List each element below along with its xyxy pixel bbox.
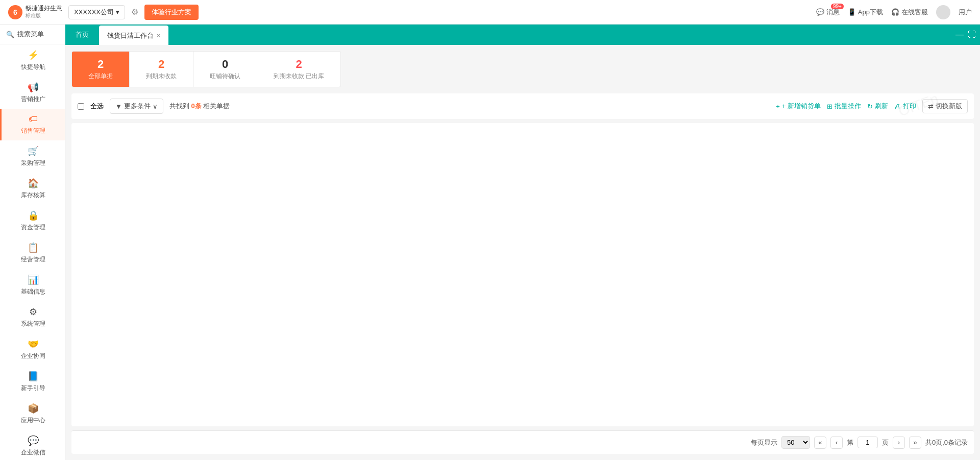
sidebar-item-operation[interactable]: 📋 经营管理 <box>0 237 65 269</box>
sidebar-item-sales[interactable]: 🏷 销售管理 <box>0 109 65 140</box>
filter-icon: ▼ <box>115 103 122 110</box>
guide-icon: 📘 <box>28 371 39 382</box>
content-area: 首页 钱货日清工作台 × — ⛶ 2 全部单据 2 到期未收款 <box>65 25 980 460</box>
sidebar-item-guide[interactable]: 📘 新手引导 <box>0 366 65 398</box>
stat-label-pending: 旺铺待确认 <box>210 72 240 81</box>
print-icon: 🖨 <box>894 103 901 110</box>
base-info-icon: 📊 <box>28 274 39 285</box>
result-text: 共找到 0条 相关单据 <box>169 102 230 111</box>
select-all-checkbox[interactable] <box>78 103 84 110</box>
sidebar-label-marketing: 营销推广 <box>21 95 45 104</box>
logo-icon: 6 <box>8 5 22 19</box>
user-name[interactable]: 用户 <box>959 8 972 17</box>
refresh-icon: ↻ <box>867 103 873 110</box>
app-download-label: App下载 <box>858 8 883 17</box>
stat-tab-overdue[interactable]: 2 到期未收款 <box>130 52 193 87</box>
sidebar-label-quick-nav: 快捷导航 <box>21 63 45 71</box>
filter-button[interactable]: ▼ 更多条件 ∨ <box>110 99 163 114</box>
online-service-btn[interactable]: 🎧 在线客服 <box>891 8 928 17</box>
search-icon: 🔍 <box>6 31 14 38</box>
stat-tab-unshipped[interactable]: 2 到期未收款 已出库 <box>257 52 340 87</box>
search-menu-label: 搜索菜单 <box>17 30 44 39</box>
tab-minimize-button[interactable]: — <box>955 30 964 39</box>
last-page-button[interactable]: » <box>909 437 921 449</box>
page-content: 2 全部单据 2 到期未收款 0 旺铺待确认 2 到期未收款 已出库 <box>65 45 980 460</box>
header-left: 6 畅捷通好生意 标准版 XXXXXX公司 ▾ ⚙ 体验行业方案 <box>8 5 199 20</box>
result-count: 0条 <box>191 102 202 110</box>
page-di-word: 第 <box>847 438 853 447</box>
sidebar-item-marketing[interactable]: 📢 营销推广 <box>0 77 65 109</box>
finance-icon: 🔒 <box>28 210 39 221</box>
sidebar-item-system[interactable]: ⚙ 系统管理 <box>0 301 65 333</box>
page-size-select[interactable]: 50 10 20 100 <box>781 436 810 449</box>
tab-workspace[interactable]: 钱货日清工作台 × <box>99 26 168 46</box>
sidebar-label-base-info: 基础信息 <box>21 287 45 296</box>
marketing-icon: 📢 <box>28 82 39 93</box>
sidebar-item-app-center[interactable]: 📦 应用中心 <box>0 398 65 430</box>
toolbar-right: + + 新增销货单 ⊞ 批量操作 ↻ 刷新 🖨 打印 <box>776 99 968 113</box>
purchase-icon: 🛒 <box>28 146 39 157</box>
enterprise-icon: 🤝 <box>28 338 39 350</box>
online-service-label: 在线客服 <box>901 8 928 17</box>
logo-area: 6 畅捷通好生意 标准版 <box>8 5 62 20</box>
batch-icon: ⊞ <box>827 103 832 110</box>
print-label: 打印 <box>903 102 916 111</box>
sidebar-item-finance[interactable]: 🔒 资金管理 <box>0 205 65 237</box>
result-suffix: 相关单据 <box>203 102 230 110</box>
result-prefix: 共找到 <box>169 102 189 110</box>
sidebar-item-inventory[interactable]: 🏠 库存核算 <box>0 173 65 205</box>
logo-title: 畅捷通好生意 <box>26 5 62 13</box>
tab-maximize-button[interactable]: ⛶ <box>968 30 976 39</box>
sidebar-label-guide: 新手引导 <box>21 384 45 393</box>
sidebar-item-enterprise[interactable]: 🤝 企业协同 <box>0 333 65 366</box>
sidebar-item-purchase[interactable]: 🛒 采购管理 <box>0 140 65 173</box>
message-btn[interactable]: 💬 消息 99+ <box>816 8 840 17</box>
filter-chevron-icon: ∨ <box>153 103 158 110</box>
sidebar-label-wechat: 企业微信 <box>21 448 45 457</box>
tab-bar: 首页 钱货日清工作台 × — ⛶ <box>65 25 980 45</box>
logo-text-block: 畅捷通好生意 标准版 <box>26 5 62 20</box>
main-layout: 🔍 搜索菜单 ⚡ 快捷导航 📢 营销推广 🏷 销售管理 🛒 采购管理 🏠 库存核… <box>0 25 980 460</box>
app-center-icon: 📦 <box>28 403 39 414</box>
stat-num-pending: 0 <box>210 58 240 71</box>
sidebar-label-finance: 资金管理 <box>21 223 45 232</box>
next-page-button[interactable]: › <box>893 437 905 449</box>
sidebar-item-wechat[interactable]: 💬 企业微信 <box>0 430 65 460</box>
settings-icon[interactable]: ⚙ <box>131 7 138 17</box>
message-badge: 99+ <box>831 4 844 9</box>
sidebar-label-app-center: 应用中心 <box>21 416 45 425</box>
top-header: 6 畅捷通好生意 标准版 XXXXXX公司 ▾ ⚙ 体验行业方案 💬 消息 99… <box>0 0 980 25</box>
search-menu[interactable]: 🔍 搜索菜单 <box>0 25 65 44</box>
company-selector[interactable]: XXXXXX公司 ▾ <box>68 5 125 19</box>
print-button[interactable]: 🖨 打印 <box>894 102 916 111</box>
tab-workspace-label: 钱货日清工作台 <box>107 31 154 40</box>
operation-icon: 📋 <box>28 242 39 253</box>
phone-icon: 📱 <box>848 8 856 16</box>
prev-page-button[interactable]: ‹ <box>830 437 843 449</box>
add-sales-order-button[interactable]: + + 新增销货单 <box>776 102 821 111</box>
quick-nav-icon: ⚡ <box>28 50 39 61</box>
stat-tab-all[interactable]: 2 全部单据 <box>72 52 130 87</box>
sidebar-item-base-info[interactable]: 📊 基础信息 <box>0 269 65 301</box>
sidebar-label-system: 系统管理 <box>21 320 45 328</box>
trial-button[interactable]: 体验行业方案 <box>144 5 199 20</box>
tab-home[interactable]: 首页 <box>65 25 99 45</box>
add-btn-label: + 新增销货单 <box>782 102 821 111</box>
headset-icon: 🎧 <box>891 8 899 16</box>
tab-close-icon[interactable]: × <box>157 32 160 39</box>
switch-version-button[interactable]: ⇄ 切换新版 <box>922 99 968 113</box>
app-download-btn[interactable]: 📱 App下载 <box>848 8 883 17</box>
batch-operation-button[interactable]: ⊞ 批量操作 <box>827 102 861 111</box>
sidebar-item-quick-nav[interactable]: ⚡ 快捷导航 <box>0 44 65 77</box>
stat-label-unshipped: 到期未收款 已出库 <box>274 72 324 81</box>
sidebar-label-purchase: 采购管理 <box>21 159 45 167</box>
chevron-down-icon: ▾ <box>116 8 119 16</box>
stat-tab-pending[interactable]: 0 旺铺待确认 <box>193 52 257 87</box>
plus-icon: + <box>776 103 780 110</box>
page-number-input[interactable] <box>857 437 878 448</box>
sales-icon: 🏷 <box>29 114 38 125</box>
page-total: 共0页,0条记录 <box>925 438 968 447</box>
refresh-button[interactable]: ↻ 刷新 <box>867 102 888 111</box>
first-page-button[interactable]: « <box>814 437 826 449</box>
avatar[interactable] <box>936 5 950 19</box>
